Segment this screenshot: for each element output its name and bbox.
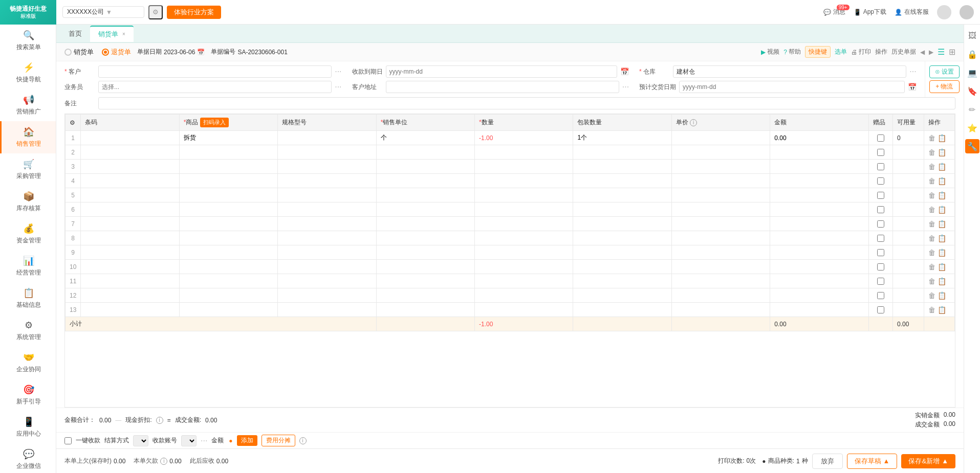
row-barcode-8[interactable] [81,245,179,260]
row-copy-btn-5[interactable]: 📋 [938,206,946,214]
trial-button[interactable]: 体验行业方案 [167,6,221,19]
row-unit-10[interactable] [376,274,474,288]
row-copy-btn-3[interactable]: 📋 [938,177,946,185]
radio-return-order[interactable]: 退货单 [102,48,131,57]
sidebar-item-operations[interactable]: 📊 经营管理 [0,250,56,282]
row-amount-5[interactable] [770,202,868,217]
company-selector[interactable]: XXXXXX公司 ▼ [62,6,144,18]
row-copy-btn-9[interactable]: 📋 [938,263,946,271]
save-new-button[interactable]: 保存&新增 ▲ [901,454,955,468]
row-delete-btn-10[interactable]: 🗑 [928,277,935,285]
row-qty-4[interactable] [475,188,573,202]
shortcut-btn[interactable]: 快捷键 [805,46,831,58]
row-unit-9[interactable] [376,260,474,274]
row-price-3[interactable] [671,174,770,188]
row-amount-12[interactable] [770,303,868,317]
right-panel-star-icon[interactable]: ⭐ [965,121,979,135]
row-barcode-11[interactable] [81,288,179,303]
row-unit-12[interactable] [376,303,474,317]
row-pack-qty-8[interactable] [573,245,671,260]
row-gift-3[interactable] [868,174,892,188]
salesperson-dots[interactable]: ··· [335,82,341,92]
row-qty-8[interactable] [475,245,573,260]
row-delete-btn-7[interactable]: 🗑 [928,234,935,242]
row-unit-7[interactable] [376,231,474,245]
customer-input[interactable] [98,65,332,78]
row-unit-4[interactable] [376,188,474,202]
account-select[interactable] [181,435,197,446]
customer-addr-input[interactable] [386,81,619,93]
row-pack-qty-0[interactable] [573,131,671,145]
addr-dots[interactable]: ··· [622,82,629,92]
settlement-select[interactable] [133,435,148,446]
row-delete-btn-6[interactable]: 🗑 [928,220,935,228]
row-product-3[interactable] [179,174,277,188]
row-amount-6[interactable] [770,217,868,231]
row-spec-6[interactable] [278,217,376,231]
row-product-5[interactable] [179,202,277,217]
row-copy-btn-6[interactable]: 📋 [938,220,946,228]
row-spec-2[interactable] [278,160,376,174]
row-gift-5[interactable] [868,202,892,217]
row-product-1[interactable] [179,145,277,160]
row-qty-3[interactable] [475,174,573,188]
warehouse-input[interactable] [673,65,906,78]
row-delete-btn-11[interactable]: 🗑 [928,291,935,300]
sidebar-item-finance[interactable]: 💰 资金管理 [0,218,56,250]
row-price-9[interactable] [671,260,770,274]
video-btn[interactable]: ▶ 视频 [761,48,779,56]
product-kind-icon[interactable]: ● [762,458,766,465]
row-spec-9[interactable] [278,260,376,274]
row-price-2[interactable] [671,160,770,174]
row-barcode-7[interactable] [81,231,179,245]
row-copy-btn-12[interactable]: 📋 [938,306,946,314]
message-button[interactable]: 💬 消息 99+ [823,8,845,16]
add-payment-button[interactable]: 添加 [237,435,257,446]
row-pack-qty-2[interactable] [573,160,671,174]
row-delete-btn-9[interactable]: 🗑 [928,263,935,271]
row-copy-btn-11[interactable]: 📋 [938,291,946,300]
scan-btn[interactable]: 扫码录入 [200,118,229,127]
sidebar-item-wechat[interactable]: 💬 企业微信 [0,443,56,473]
print-btn[interactable]: 🖨 打印 [851,48,871,56]
row-qty-6[interactable] [475,217,573,231]
row-qty-1[interactable] [475,145,573,160]
row-price-10[interactable] [671,274,770,288]
row-qty-0[interactable] [475,131,573,145]
one-click-checkbox[interactable] [64,437,72,444]
row-amount-7[interactable] [770,231,868,245]
logistics-button[interactable]: + 物流 [929,80,960,93]
sidebar-item-app-center[interactable]: 📱 应用中心 [0,411,56,443]
row-price-0[interactable] [671,131,770,145]
sidebar-item-search[interactable]: 🔍 搜索菜单 [0,25,56,57]
row-pack-qty-9[interactable] [573,260,671,274]
row-copy-btn-4[interactable]: 📋 [938,191,946,199]
row-amount-11[interactable] [770,288,868,303]
row-copy-btn-1[interactable]: 📋 [938,148,946,156]
row-copy-btn-2[interactable]: 📋 [938,163,946,171]
row-product-6[interactable] [179,217,277,231]
row-amount-8[interactable] [770,245,868,260]
row-product-0[interactable] [179,131,277,145]
row-qty-10[interactable] [475,274,573,288]
sidebar-item-purchase[interactable]: 🛒 采购管理 [0,153,56,186]
cash-discount-info-icon[interactable]: i [156,417,163,424]
row-spec-0[interactable] [278,131,376,145]
row-unit-6[interactable] [376,217,474,231]
sidebar-item-quick-nav[interactable]: ⚡ 快捷导航 [0,57,56,89]
customer-dots[interactable]: ··· [335,67,341,76]
delivery-date-input[interactable] [679,81,905,93]
row-delete-btn-0[interactable]: 🗑 [928,134,935,142]
settings-gear-button[interactable]: ⚙ [148,5,163,19]
row-delete-btn-4[interactable]: 🗑 [928,191,935,199]
row-price-11[interactable] [671,288,770,303]
tab-home[interactable]: 首页 [60,26,90,41]
row-amount-9[interactable] [770,260,868,274]
row-amount-3[interactable] [770,174,868,188]
row-barcode-6[interactable] [81,217,179,231]
row-spec-1[interactable] [278,145,376,160]
right-panel-bookmark-icon[interactable]: 🔖 [965,84,979,98]
row-spec-8[interactable] [278,245,376,260]
row-unit-11[interactable] [376,288,474,303]
row-qty-9[interactable] [475,260,573,274]
